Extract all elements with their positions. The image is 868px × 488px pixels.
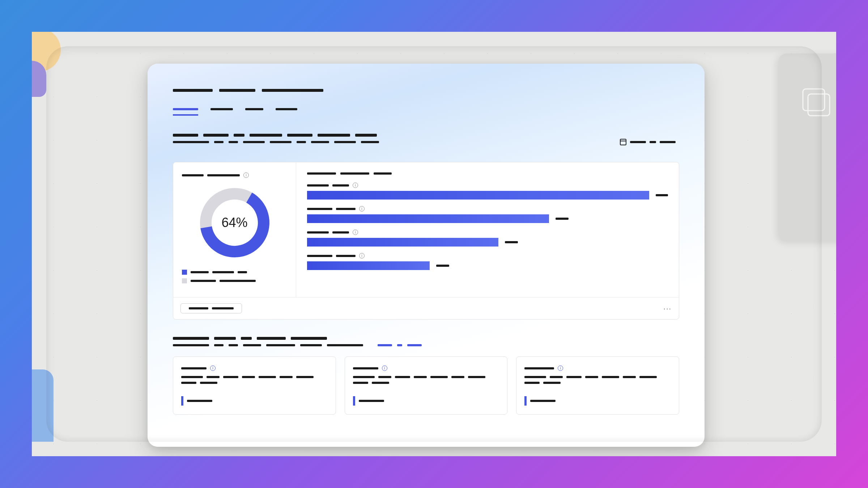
svg-rect-1 bbox=[808, 94, 830, 116]
info-icon[interactable]: i bbox=[353, 183, 358, 188]
mini-card-desc bbox=[353, 376, 499, 384]
bar-fill bbox=[307, 261, 430, 270]
tab-2[interactable] bbox=[210, 106, 233, 116]
mini-card-desc bbox=[181, 376, 328, 384]
info-icon[interactable]: i bbox=[558, 365, 563, 371]
bar-label bbox=[307, 184, 329, 187]
more-menu-icon[interactable]: ··· bbox=[663, 304, 672, 313]
donut-title bbox=[182, 174, 204, 176]
panel-footer: ··· bbox=[173, 297, 679, 319]
svg-rect-0 bbox=[803, 89, 825, 111]
mini-card[interactable]: i bbox=[345, 356, 508, 415]
tabs bbox=[173, 106, 679, 116]
bar-value bbox=[656, 194, 668, 196]
legend-swatch bbox=[182, 270, 187, 275]
dashboard-card: i 64% bbox=[148, 64, 705, 447]
legend-item bbox=[182, 270, 287, 275]
gradient-frame: i 64% bbox=[0, 0, 868, 488]
breadcrumb-item[interactable] bbox=[262, 89, 323, 92]
breadcrumb bbox=[173, 89, 679, 92]
mini-card-title bbox=[181, 367, 207, 369]
info-icon[interactable]: i bbox=[210, 365, 216, 371]
date-range-picker[interactable] bbox=[616, 137, 679, 147]
bar-label bbox=[332, 184, 349, 187]
usage-panel: i 64% bbox=[173, 162, 679, 320]
breadcrumb-item[interactable] bbox=[219, 89, 255, 92]
info-icon[interactable]: i bbox=[359, 206, 365, 211]
donut-chart: 64% bbox=[199, 187, 271, 259]
donut-center-value: 64% bbox=[199, 187, 271, 259]
bar-label bbox=[336, 208, 356, 210]
bar-group: i bbox=[307, 206, 668, 223]
info-icon[interactable]: i bbox=[243, 172, 249, 178]
bars-title bbox=[340, 172, 369, 175]
mini-card-title bbox=[353, 367, 378, 369]
section-2: i i i bbox=[173, 337, 679, 415]
bar-label bbox=[307, 208, 332, 210]
tab-4[interactable] bbox=[276, 106, 297, 116]
info-icon[interactable]: i bbox=[353, 230, 358, 235]
bar-value bbox=[556, 218, 569, 220]
bar-label bbox=[307, 231, 329, 234]
tab-1[interactable] bbox=[173, 106, 198, 116]
donut-section: i 64% bbox=[173, 162, 296, 297]
mini-card[interactable]: i bbox=[173, 356, 336, 415]
legend-item bbox=[182, 278, 287, 283]
bars-title bbox=[374, 172, 392, 175]
desk-surface: i 64% bbox=[32, 32, 836, 456]
link[interactable] bbox=[397, 344, 402, 346]
mini-card-stat bbox=[524, 396, 671, 406]
mini-card-title bbox=[524, 367, 554, 369]
avatar-decoration-top bbox=[32, 32, 68, 111]
bar-group: i bbox=[307, 253, 668, 270]
calendar-icon bbox=[620, 139, 626, 145]
bars-title bbox=[307, 172, 336, 175]
link[interactable] bbox=[378, 344, 392, 346]
bar-value bbox=[505, 241, 518, 243]
bar-value bbox=[436, 265, 449, 267]
bar-label bbox=[307, 255, 332, 257]
info-icon[interactable]: i bbox=[382, 365, 387, 371]
mini-card[interactable]: i bbox=[516, 356, 679, 415]
accent-tick-icon bbox=[524, 396, 527, 406]
bar-fill bbox=[307, 191, 649, 200]
bar-fill bbox=[307, 238, 498, 247]
bar-label bbox=[332, 231, 349, 234]
bar-group: i bbox=[307, 230, 668, 247]
bar-group: i bbox=[307, 183, 668, 200]
section-header bbox=[173, 134, 679, 147]
info-icon[interactable]: i bbox=[359, 253, 365, 258]
accent-tick-icon bbox=[353, 396, 355, 406]
view-details-button[interactable] bbox=[180, 303, 242, 313]
bars-section: i i i i bbox=[296, 162, 679, 297]
tab-3[interactable] bbox=[245, 106, 263, 116]
side-card-peek bbox=[778, 53, 836, 241]
bar-label bbox=[336, 255, 356, 257]
link[interactable] bbox=[407, 344, 422, 346]
legend-swatch bbox=[182, 278, 187, 283]
bar-fill bbox=[307, 214, 549, 223]
donut-title bbox=[207, 174, 240, 176]
mini-card-stat bbox=[181, 396, 328, 406]
mini-card-desc bbox=[524, 376, 671, 384]
breadcrumb-item[interactable] bbox=[173, 89, 213, 92]
accent-tick-icon bbox=[181, 396, 183, 406]
avatar-decoration-bottom bbox=[32, 341, 57, 442]
mini-card-stat bbox=[353, 396, 499, 406]
